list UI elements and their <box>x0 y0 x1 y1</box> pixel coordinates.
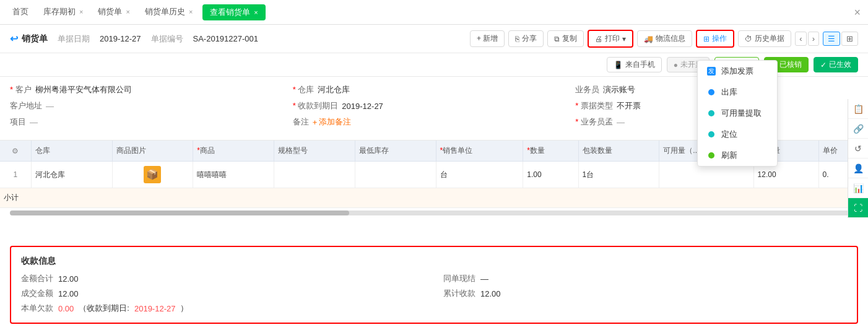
col-sales-unit: *销售单位 <box>436 141 523 162</box>
payment-due-label: 收款到期日 <box>293 100 339 111</box>
logistics-label: 物流信息 <box>656 33 685 44</box>
tab-inventory-close[interactable]: × <box>79 8 83 15</box>
payment-due-value: 2019-12-27 <box>342 102 383 111</box>
tab-view-sales-label: 查看销货单 <box>210 7 250 18</box>
product-img-col-label: 商品图片 <box>116 146 146 155</box>
row-index: 1 <box>0 162 31 188</box>
address-label: 客户地址 <box>10 100 42 111</box>
tab-sales-close[interactable]: × <box>126 8 129 15</box>
payment-row-cumulative: 累计收款 12.00 <box>443 288 847 299</box>
add-button[interactable]: + 新增 <box>470 30 505 47</box>
outbound-item[interactable]: 出库 <box>698 82 777 103</box>
settlement-key: 同单现结 <box>443 273 475 284</box>
warehouse-field: 仓库 河北仓库 <box>293 84 576 95</box>
project-label: 项目 <box>10 116 26 128</box>
row-min-stock <box>355 162 436 188</box>
tab-sales[interactable]: 销货单 × <box>90 0 137 25</box>
col-quantity: *数量 <box>523 141 578 162</box>
col-min-stock: 最低库存 <box>355 141 436 162</box>
due-note: （收款到期日: <box>79 303 129 314</box>
payment-title: 收款信息 <box>21 256 847 267</box>
tab-home[interactable]: 首页 <box>5 0 36 25</box>
unit-price-col-label: 单价 <box>823 146 838 155</box>
nav-arrows: ‹ › <box>795 32 819 46</box>
payment-grid: 金额合计 12.00 同单现结 — 成交金额 12.00 累计收款 12.00 … <box>21 273 847 314</box>
add-note-button[interactable]: + 添加备注 <box>313 116 352 128</box>
print-button[interactable]: 🖨 打印 ▾ <box>588 30 633 48</box>
prev-arrow[interactable]: ‹ <box>795 32 806 46</box>
available-col-label: 可用量（... <box>663 146 699 155</box>
project-field: 项目 — <box>10 116 293 128</box>
operator-label: 业务员 <box>575 84 599 95</box>
global-close-button[interactable]: × <box>854 6 861 19</box>
add-invoice-item[interactable]: 发 添加发票 <box>698 61 777 82</box>
col-warehouse: 仓库 <box>31 141 112 162</box>
row-product-img: 📦 <box>112 162 193 188</box>
refresh-item[interactable]: 刷新 <box>698 145 777 166</box>
tab-history-close[interactable]: × <box>189 8 193 15</box>
doc-title-text: 销货单 <box>22 33 48 45</box>
ticket-type-label: 票据类型 <box>575 100 613 111</box>
payment-row-due: 本单欠款 0.00 （收款到期日: 2019-12-27） <box>21 303 847 314</box>
tab-bar: 首页 库存期初 × 销货单 × 销货单历史 × 查看销货单 × × <box>0 0 868 25</box>
circle-green-icon <box>708 152 714 158</box>
print-label: 打印 <box>605 33 620 44</box>
tab-view-sales[interactable]: 查看销货单 × <box>202 4 265 20</box>
row-spec <box>274 162 355 188</box>
row-sales-unit: 台 <box>436 162 523 188</box>
right-tool-chart[interactable]: 📊 <box>848 178 868 198</box>
operation-button[interactable]: ⊞ 操作 <box>696 30 734 48</box>
right-tool-user[interactable]: 👤 <box>848 158 868 178</box>
share-button[interactable]: ⎘ 分享 <box>508 30 544 47</box>
doc-header: ↩ 销货单 单据日期 2019-12-27 单据编号 SA-20191227-0… <box>0 25 868 53</box>
doc-title-icon: ↩ <box>10 33 18 45</box>
transaction-key: 成交金额 <box>21 288 53 299</box>
logistics-button[interactable]: 🚚 物流信息 <box>637 30 692 47</box>
invoice-icon: ● <box>674 61 678 69</box>
payment-section: 收款信息 金额合计 12.00 同单现结 — 成交金额 12.00 累计收款 1… <box>10 246 858 324</box>
locate-icon <box>706 129 716 139</box>
spec-col-label: 规格型号 <box>278 146 308 155</box>
horizontal-scrollbar[interactable] <box>10 211 858 215</box>
effective-badge[interactable]: ✓ 已生效 <box>814 57 858 72</box>
due-key: 本单欠款 <box>21 303 53 314</box>
tab-view-sales-close[interactable]: × <box>254 9 258 16</box>
tab-inventory[interactable]: 库存期初 × <box>36 0 90 25</box>
right-tools-panel: 📋 🔗 ↺ 👤 📊 ⛶ <box>848 99 868 218</box>
share-label: 分享 <box>522 33 537 44</box>
add-note-text: 添加备注 <box>319 116 351 128</box>
payment-row-total: 金额合计 12.00 <box>21 273 425 284</box>
outbound-icon <box>706 87 716 97</box>
doc-number-label: 单据编号 <box>151 33 183 45</box>
locate-label: 定位 <box>721 129 737 140</box>
row-quantity: 1.00 <box>523 162 578 188</box>
right-tool-refresh[interactable]: ↺ <box>848 139 868 158</box>
address-value: — <box>46 102 54 111</box>
list-view-button[interactable]: ☰ <box>823 32 840 46</box>
tab-history[interactable]: 销货单历史 × <box>137 0 200 25</box>
right-tool-link[interactable]: 🔗 <box>848 119 868 139</box>
history-label: 历史单据 <box>755 33 784 44</box>
scrollbar-thumb[interactable] <box>10 211 349 215</box>
address-field: 客户地址 — <box>10 100 293 111</box>
locate-item[interactable]: 定位 <box>698 124 777 145</box>
right-tool-clipboard[interactable]: 📋 <box>848 99 868 119</box>
ticket-type-value: 不开票 <box>617 100 641 111</box>
customer-label: 客户 <box>10 84 32 95</box>
copy-button[interactable]: ⧉ 复制 <box>547 30 584 47</box>
grid-view-button[interactable]: ⊞ <box>841 32 858 46</box>
col-pack-qty: 包装数量 <box>578 141 659 162</box>
available-qty-item[interactable]: 可用量提取 <box>698 103 777 124</box>
right-tool-expand[interactable]: ⛶ <box>848 198 868 218</box>
history-button[interactable]: ⏱ 历史单据 <box>738 30 791 47</box>
mobile-badge[interactable]: 📱 来自手机 <box>607 57 662 72</box>
add-invoice-label: 添加发票 <box>721 66 753 77</box>
project-value: — <box>30 118 38 127</box>
sales-unit-col-label: 销售单位 <box>443 146 472 155</box>
next-arrow[interactable]: › <box>808 32 819 46</box>
view-buttons: ☰ ⊞ <box>823 32 858 46</box>
circle-blue-icon <box>708 89 714 95</box>
note-label: 备注 <box>293 116 309 128</box>
subtotal-label: 小计 <box>0 188 868 208</box>
share-icon: ⎘ <box>515 35 519 43</box>
